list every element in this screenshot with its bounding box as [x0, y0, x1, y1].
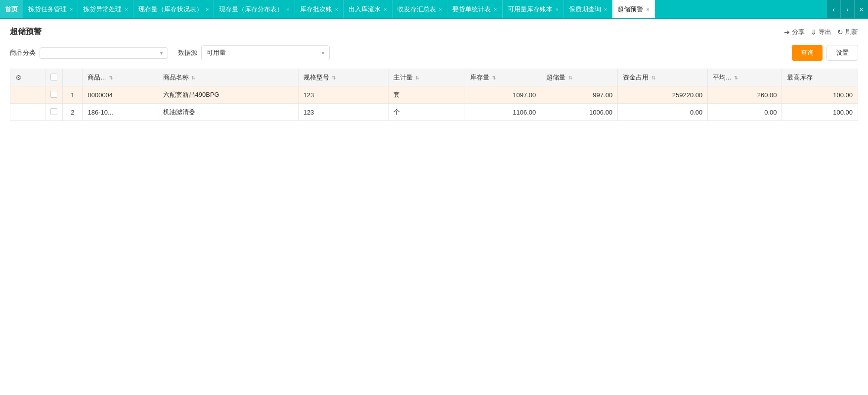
datasource-chevron-icon: ▾: [322, 50, 324, 56]
header-checkbox[interactable]: [50, 74, 57, 80]
nav-item-order-stats[interactable]: 要货单统计表 ×: [447, 0, 502, 18]
datasource-select-value: 可用量: [207, 48, 226, 57]
nav-arrow-left[interactable]: ‹: [826, 0, 840, 19]
close-pick-task[interactable]: ×: [70, 6, 73, 12]
nav-item-inventory-dist[interactable]: 现存量（库存分布表） ×: [214, 0, 295, 18]
share-button[interactable]: ➔ 分享: [784, 28, 805, 37]
settings-button[interactable]: 设置: [826, 45, 858, 61]
query-button[interactable]: 查询: [792, 45, 823, 61]
close-inventory-status[interactable]: ×: [206, 6, 209, 12]
export-icon: ⇓: [811, 28, 817, 36]
nav-label-pick-exception: 拣货异常处理: [83, 5, 122, 14]
col-product-code[interactable]: 商品... ⇅: [83, 69, 158, 86]
col-avg[interactable]: 平均... ⇅: [708, 69, 782, 86]
row-number: 1: [63, 86, 83, 104]
row-product-code: 186-10...: [83, 104, 158, 121]
nav-item-summary[interactable]: 收发存汇总表 ×: [392, 0, 447, 18]
nav-label-inventory-status: 现存量（库存状况表）: [138, 5, 203, 14]
row-spec: 123: [298, 104, 388, 121]
export-button[interactable]: ⇓ 导出: [811, 28, 831, 37]
close-inout-flow[interactable]: ×: [384, 6, 387, 12]
nav-item-inout-flow[interactable]: 出入库流水 ×: [344, 0, 392, 18]
row-product-code: 0000004: [83, 86, 158, 104]
nav-label-pick-task: 拣货任务管理: [28, 5, 67, 14]
col-max-stock[interactable]: 最高库存: [782, 69, 858, 86]
nav-label-inout-flow: 出入库流水: [348, 5, 381, 14]
nav-item-expiry-query[interactable]: 保质期查询 ×: [564, 0, 612, 18]
sort-overstock-icon: ⇅: [568, 75, 572, 80]
page-container: 超储预警 ➔ 分享 ⇓ 导出 ↻ 刷新 商品分类 ▾ 数据源: [0, 19, 868, 129]
row-checkbox-cell[interactable]: [45, 86, 63, 104]
row-max-stock: 100.00: [782, 104, 858, 121]
table-row[interactable]: 10000004 六配套新昌490BPG 123 套 1097.00 997.0…: [10, 86, 858, 104]
page-title: 超储预警: [10, 27, 42, 37]
category-select[interactable]: ▾: [40, 47, 168, 59]
row-checkbox[interactable]: [50, 108, 57, 115]
nav-label-available-ledger: 可用量库存账本: [508, 5, 553, 14]
data-table: ⚙ 商品... ⇅ 商品名称 ⇅ 规格型号 ⇅ 主计量: [10, 69, 858, 121]
nav-item-home[interactable]: 首页: [0, 0, 23, 18]
share-icon: ➔: [784, 28, 790, 36]
nav-label-overstock-alert: 超储预警: [617, 5, 643, 14]
row-capital: 0.00: [618, 104, 708, 121]
nav-item-overstock-alert[interactable]: 超储预警 ×: [612, 0, 654, 18]
close-pick-exception[interactable]: ×: [125, 6, 128, 12]
datasource-select[interactable]: 可用量 ▾: [201, 45, 330, 60]
nav-arrow-close[interactable]: ×: [854, 0, 868, 19]
nav-item-available-ledger[interactable]: 可用量库存账本 ×: [503, 0, 564, 18]
row-checkbox-cell[interactable]: [45, 104, 63, 121]
close-available-ledger[interactable]: ×: [556, 6, 559, 12]
nav-item-pick-task[interactable]: 拣货任务管理 ×: [23, 0, 78, 18]
nav-label-batch-ledger: 库存批次账: [300, 5, 332, 14]
header-actions: ➔ 分享 ⇓ 导出 ↻ 刷新: [784, 28, 858, 37]
sort-spec-icon: ⇅: [332, 75, 336, 80]
sort-product-name-icon: ⇅: [191, 75, 195, 80]
row-avg: 260.00: [708, 86, 782, 104]
close-overstock-alert[interactable]: ×: [646, 6, 649, 12]
col-unit[interactable]: 主计量 ⇅: [388, 69, 465, 86]
col-settings[interactable]: ⚙: [10, 69, 45, 86]
col-capital[interactable]: 资金占用 ⇅: [618, 69, 708, 86]
row-overstock: 1006.00: [541, 104, 618, 121]
nav-arrow-right[interactable]: ›: [840, 0, 854, 19]
col-product-name[interactable]: 商品名称 ⇅: [158, 69, 298, 86]
nav-item-pick-exception[interactable]: 拣货异常处理 ×: [78, 0, 133, 18]
filter-buttons: 查询 设置: [792, 45, 858, 61]
row-settings-cell: [10, 86, 45, 104]
sort-unit-icon: ⇅: [415, 75, 419, 80]
col-spec[interactable]: 规格型号 ⇅: [298, 69, 388, 86]
col-checkbox[interactable]: [45, 69, 63, 86]
nav-item-inventory-status[interactable]: 现存量（库存状况表） ×: [133, 0, 214, 18]
row-unit: 套: [388, 86, 465, 104]
row-capital: 259220.00: [618, 86, 708, 104]
row-inventory: 1097.00: [465, 86, 541, 104]
close-expiry-query[interactable]: ×: [604, 6, 607, 12]
category-label: 商品分类: [10, 48, 36, 57]
col-index: [63, 69, 83, 86]
row-spec: 123: [298, 86, 388, 104]
close-summary[interactable]: ×: [439, 6, 442, 12]
row-overstock: 997.00: [541, 86, 618, 104]
close-batch-ledger[interactable]: ×: [335, 6, 338, 12]
nav-label-expiry-query: 保质期查询: [569, 5, 601, 14]
sort-inventory-icon: ⇅: [492, 75, 496, 80]
row-checkbox[interactable]: [50, 91, 57, 98]
nav-item-batch-ledger[interactable]: 库存批次账 ×: [295, 0, 344, 18]
row-max-stock: 100.00: [782, 86, 858, 104]
col-overstock[interactable]: 超储量 ⇅: [541, 69, 618, 86]
close-inventory-dist[interactable]: ×: [286, 6, 289, 12]
row-avg: 0.00: [708, 104, 782, 121]
refresh-label: 刷新: [845, 28, 858, 37]
datasource-label: 数据源: [178, 48, 197, 57]
row-settings-cell: [10, 104, 45, 121]
col-inventory[interactable]: 库存量 ⇅: [465, 69, 541, 86]
refresh-button[interactable]: ↻ 刷新: [837, 28, 858, 37]
page-header: 超储预警 ➔ 分享 ⇓ 导出 ↻ 刷新: [10, 27, 858, 37]
filter-category: 商品分类 ▾: [10, 47, 168, 59]
refresh-icon: ↻: [837, 28, 843, 36]
nav-arrows: ‹ › ×: [826, 0, 868, 19]
close-order-stats[interactable]: ×: [494, 6, 497, 12]
table-row[interactable]: 2186-10... 机油滤清器 123 个 1106.00 1006.00 0…: [10, 104, 858, 121]
nav-label-order-stats: 要货单统计表: [452, 5, 491, 14]
nav-label-summary: 收发存汇总表: [397, 5, 436, 14]
